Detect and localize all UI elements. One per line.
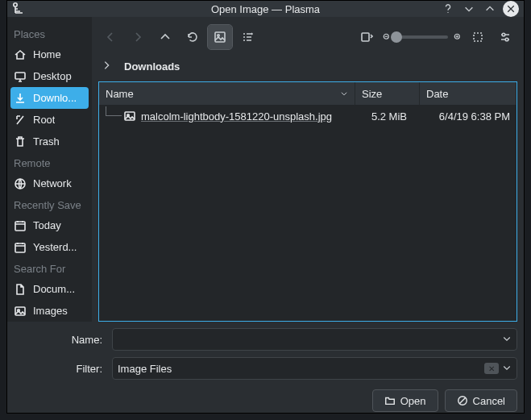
nav-up-button[interactable] xyxy=(153,25,177,49)
calendar-icon xyxy=(14,219,27,232)
column-header-name-label: Name xyxy=(106,88,134,100)
sidebar-item-documents[interactable]: Docum... xyxy=(7,278,92,300)
cancel-button[interactable]: Cancel xyxy=(445,389,517,412)
svg-rect-6 xyxy=(15,307,25,315)
reload-button[interactable] xyxy=(180,25,205,49)
svg-rect-8 xyxy=(215,32,225,42)
tree-branch-icon xyxy=(106,106,122,116)
sidebar-item-label: Network xyxy=(33,177,72,189)
image-file-icon xyxy=(123,110,136,123)
svg-rect-5 xyxy=(15,243,25,252)
sidebar-item-root[interactable]: Root xyxy=(7,109,92,131)
selection-mode-button[interactable] xyxy=(466,25,490,49)
breadcrumb-segment[interactable]: Downloads xyxy=(118,57,186,76)
svg-point-0 xyxy=(14,3,17,6)
sidebar-item-label: Yesterd... xyxy=(33,241,77,253)
open-button[interactable]: Open xyxy=(372,389,438,412)
image-icon xyxy=(14,305,27,318)
sidebar-heading-remote: Remote xyxy=(7,152,92,173)
preview-toggle-button[interactable] xyxy=(355,25,379,49)
root-icon xyxy=(14,114,27,127)
column-header-date[interactable]: Date xyxy=(420,82,516,105)
sidebar-item-label: Root xyxy=(33,114,55,126)
sidebar-item-label: Today xyxy=(33,219,61,231)
close-button[interactable] xyxy=(503,1,519,17)
svg-point-9 xyxy=(218,35,219,36)
filter-field[interactable]: Image Files ✕ xyxy=(112,357,517,380)
home-icon xyxy=(14,48,27,61)
column-header-name[interactable]: Name xyxy=(99,82,355,105)
network-icon xyxy=(14,177,27,190)
zoom-slider[interactable] xyxy=(382,32,463,42)
sidebar-heading-search: Search For xyxy=(7,258,92,278)
file-row[interactable]: malcolm-lightbody-1581220-unsplash.jpg 5… xyxy=(99,105,516,127)
sidebar-item-label: Desktop xyxy=(33,70,72,82)
sidebar-item-label: Trash xyxy=(33,135,60,148)
desktop-icon xyxy=(14,70,27,83)
chevron-down-icon[interactable] xyxy=(502,363,512,375)
file-open-dialog: Open Image — Plasma Places Home xyxy=(6,0,525,414)
svg-rect-4 xyxy=(15,222,25,231)
chevron-down-icon[interactable] xyxy=(502,334,512,346)
sidebar-item-trash[interactable]: Trash xyxy=(7,131,92,152)
sort-indicator-icon xyxy=(340,88,348,100)
plasma-icon xyxy=(12,2,27,16)
sidebar-item-today[interactable]: Today xyxy=(7,214,92,236)
sidebar-item-label: Images xyxy=(33,305,68,317)
filter-value: Image Files xyxy=(118,363,481,375)
view-icons-button[interactable] xyxy=(208,25,232,49)
download-icon xyxy=(14,92,27,105)
minimize-button[interactable] xyxy=(461,1,477,17)
form-area: Name: Filter: Image Files ✕ xyxy=(7,322,524,386)
name-field[interactable] xyxy=(112,328,517,351)
calendar-icon xyxy=(14,241,27,254)
breadcrumb: Downloads xyxy=(98,56,517,77)
sidebar-item-label: Docum... xyxy=(33,283,75,295)
filter-row: Filter: Image Files ✕ xyxy=(14,357,517,380)
upper-area: Places Home Desktop Downlo... Root xyxy=(7,17,524,322)
name-label: Name: xyxy=(14,334,107,346)
file-date: 6/4/19 6:38 PM xyxy=(413,110,510,123)
toolbar xyxy=(98,23,517,51)
cancel-button-label: Cancel xyxy=(473,395,505,407)
sidebar-heading-places: Places xyxy=(7,23,92,44)
svg-rect-10 xyxy=(362,33,369,41)
file-rows[interactable]: malcolm-lightbody-1581220-unsplash.jpg 5… xyxy=(99,105,516,321)
sidebar-heading-recent: Recently Save xyxy=(7,194,92,214)
column-header-size[interactable]: Size xyxy=(355,82,420,105)
file-list-header: Name Size Date xyxy=(99,82,516,105)
places-sidebar: Places Home Desktop Downlo... Root xyxy=(7,17,92,322)
main-panel: Downloads Name Size Date xyxy=(92,17,524,322)
window-title: Open Image — Plasma xyxy=(211,3,320,15)
file-list: Name Size Date xyxy=(98,81,517,322)
nav-back-button[interactable] xyxy=(98,25,122,49)
sidebar-item-yesterday[interactable]: Yesterd... xyxy=(7,236,92,258)
sidebar-item-downloads[interactable]: Downlo... xyxy=(10,87,89,109)
trash-icon xyxy=(14,135,27,148)
clear-filter-button[interactable]: ✕ xyxy=(484,363,499,374)
svg-rect-16 xyxy=(125,112,135,120)
sidebar-item-home[interactable]: Home xyxy=(7,44,92,65)
sidebar-item-images[interactable]: Images xyxy=(7,300,92,322)
file-name: malcolm-lightbody-1581220-unsplash.jpg xyxy=(141,110,349,123)
view-list-button[interactable] xyxy=(235,25,259,49)
svg-rect-2 xyxy=(15,73,25,79)
column-header-size-label: Size xyxy=(362,88,382,100)
dialog-body: Places Home Desktop Downlo... Root xyxy=(7,17,524,418)
chevron-right-icon[interactable] xyxy=(100,60,113,73)
document-icon xyxy=(14,283,27,296)
sidebar-item-network[interactable]: Network xyxy=(7,173,92,194)
sidebar-item-label: Home xyxy=(33,48,61,60)
svg-rect-13 xyxy=(474,33,482,41)
nav-forward-button[interactable] xyxy=(126,25,150,49)
folder-open-icon xyxy=(384,395,396,406)
maximize-button[interactable] xyxy=(482,1,498,17)
cancel-icon xyxy=(457,395,468,406)
sidebar-item-desktop[interactable]: Desktop xyxy=(7,65,92,87)
settings-button[interactable] xyxy=(493,25,517,49)
name-row: Name: xyxy=(14,328,517,351)
help-button[interactable] xyxy=(440,1,456,17)
column-header-date-label: Date xyxy=(426,88,448,100)
svg-point-14 xyxy=(502,33,505,36)
filter-label: Filter: xyxy=(14,363,107,375)
